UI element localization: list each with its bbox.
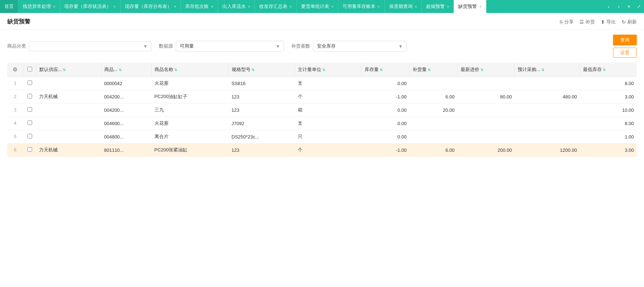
row-checkbox-0[interactable] <box>27 80 32 85</box>
td-supplier-0 <box>36 77 101 90</box>
export-btn[interactable]: ⬆ 导出 <box>601 19 616 25</box>
refresh-btn[interactable]: ↻ 刷新 <box>622 19 637 25</box>
td-unit-2: 箱 <box>295 103 361 117</box>
filter-select-supplement-base[interactable]: 安全库存 ▼ <box>313 41 407 52</box>
th-sort-unit[interactable]: 主计量单位 ⇅ <box>298 66 358 73</box>
tab-next-btn[interactable]: › <box>614 0 624 13</box>
filter-group-datasource: 数据源 可用量 ▼ <box>159 41 284 52</box>
filter-select-datasource[interactable]: 可用量 ▼ <box>176 41 284 52</box>
tab-close-overstock-warn[interactable]: × <box>447 4 449 9</box>
tab-close-inventory-dist[interactable]: × <box>174 4 176 9</box>
tab-close-all-btn[interactable]: × <box>624 0 634 13</box>
tab-collect-send[interactable]: 收发存汇总表 × <box>255 0 296 13</box>
select-all-checkbox[interactable] <box>27 67 32 71</box>
td-code-2: 004200... <box>101 103 151 117</box>
tab-available-ledger[interactable]: 可用量库存账本 × <box>338 0 384 13</box>
td-name-5: PC200张紧油缸 <box>152 144 229 157</box>
sort-icon-unit: ⇅ <box>322 68 325 72</box>
tab-stockout-warn[interactable]: 缺货预警 × <box>454 0 486 13</box>
td-supplement-3 <box>409 117 457 130</box>
td-min-stock-3: 8.00 <box>580 117 637 130</box>
tab-close-abnormal[interactable]: × <box>53 4 55 9</box>
th-sort-product-name[interactable]: 商品名称 ⇅ <box>155 66 226 73</box>
tab-close-batch-account[interactable]: × <box>211 4 213 9</box>
td-supplement-1: 6.00 <box>409 90 457 103</box>
tab-demand-stat[interactable]: 要货单统计表 × <box>297 0 338 13</box>
tab-abnormal[interactable]: 拣货异常处理 × <box>18 0 60 13</box>
td-spec-1: 123 <box>229 90 295 103</box>
td-latest-price-3 <box>457 117 515 130</box>
td-latest-price-0 <box>457 77 515 90</box>
th-sort-spec[interactable]: 规格型号 ⇅ <box>232 66 292 73</box>
th-checkbox <box>23 63 36 77</box>
td-code-1: 004200... <box>101 90 151 103</box>
tab-expiry-query[interactable]: 保质期查询 × <box>385 0 422 13</box>
data-table: ⚙ 默认供应... ⇅ 商品... ⇅ <box>7 63 637 157</box>
tab-overstock-warn[interactable]: 超储预警 × <box>422 0 454 13</box>
row-checkbox-4[interactable] <box>27 134 32 138</box>
tab-close-expiry-query[interactable]: × <box>415 4 417 9</box>
tab-close-demand-stat[interactable]: × <box>331 4 334 9</box>
td-latest-price-1: 80.00 <box>457 90 515 103</box>
filter-category-arrow: ▼ <box>143 44 148 49</box>
tab-prev-btn[interactable]: ‹ <box>604 0 614 13</box>
sort-icon-spec: ⇅ <box>252 68 254 72</box>
row-checkbox-5[interactable] <box>27 147 32 152</box>
th-sort-product-code[interactable]: 商品... ⇅ <box>104 66 148 73</box>
tab-close-stockout-warn[interactable]: × <box>479 4 481 9</box>
td-min-stock-5: 3.00 <box>580 144 637 157</box>
tab-close-inout-flow[interactable]: × <box>248 4 250 9</box>
query-button[interactable]: 查询 <box>613 35 637 45</box>
td-latest-price-2 <box>457 103 515 117</box>
td-spec-0: SS816 <box>229 77 295 90</box>
page-content: 缺货预警 ⎘ 分享 ☰ 补货 ⬆ 导出 ↻ 刷新 商品分类 <box>0 13 644 287</box>
tab-inventory-dist[interactable]: 现存量（库存分布表） × <box>121 0 181 13</box>
td-est-purchase-5: 1200.00 <box>515 144 580 157</box>
th-sort-supplement[interactable]: 补货量 ⇅ <box>413 66 454 73</box>
td-min-stock-4: 1.00 <box>580 130 637 144</box>
td-name-4: 离合片 <box>152 130 229 144</box>
export-icon: ⬆ <box>601 19 605 25</box>
tab-close-inventory-status[interactable]: × <box>113 4 116 9</box>
td-unit-4: 只 <box>295 130 361 144</box>
td-supplier-3 <box>36 117 101 130</box>
th-sort-est-purchase[interactable]: 预计采购... ⇅ <box>518 66 576 73</box>
tab-batch-account[interactable]: 库存批次账 × <box>181 0 218 13</box>
td-stock-2: 0.00 <box>361 103 409 117</box>
td-stock-5: -1.00 <box>361 144 409 157</box>
row-checkbox-2[interactable] <box>27 107 32 112</box>
td-stock-3: 0.00 <box>361 117 409 130</box>
th-gear: ⚙ <box>7 63 23 77</box>
gear-icon[interactable]: ⚙ <box>13 66 17 72</box>
tab-home[interactable]: 首页 <box>0 0 18 13</box>
tab-inventory-status[interactable]: 现存量（库存状况表） × <box>60 0 120 13</box>
share-btn[interactable]: ⎘ 分享 <box>560 19 574 25</box>
th-sort-min-stock[interactable]: 最低库存 ⇅ <box>583 66 634 73</box>
sort-icon-latest-price: ⇅ <box>480 68 483 72</box>
filter-label-category: 商品分类 <box>7 43 26 49</box>
td-supplement-2: 20.00 <box>409 103 457 117</box>
td-rownum-1: 2 <box>7 90 23 103</box>
td-unit-5: 个 <box>295 144 361 157</box>
filter-datasource-arrow: ▼ <box>275 44 280 49</box>
td-supplement-5: 6.00 <box>409 144 457 157</box>
td-supplier-1: 力天机械 <box>36 90 101 103</box>
th-sort-default-supplier[interactable]: 默认供应... ⇅ <box>39 66 98 73</box>
td-checkbox-2 <box>23 103 36 117</box>
row-checkbox-1[interactable] <box>27 94 32 98</box>
td-stock-1: -1.00 <box>361 90 409 103</box>
th-spec: 规格型号 ⇅ <box>229 63 295 77</box>
table-row: 2 力天机械 004200... PC200油缸缸子 123 个 -1.00 6… <box>7 90 637 103</box>
settings-button[interactable]: 设置 <box>613 48 637 58</box>
tab-close-available-ledger[interactable]: × <box>378 4 380 9</box>
th-min-stock: 最低库存 ⇅ <box>580 63 637 77</box>
tab-close-collect-send[interactable]: × <box>290 4 292 9</box>
filter-select-category[interactable]: ▼ <box>29 41 152 51</box>
th-sort-stock[interactable]: 库存量 ⇅ <box>365 66 406 73</box>
th-stock: 库存量 ⇅ <box>361 63 409 77</box>
tab-fullscreen-btn[interactable]: ⤢ <box>634 0 644 13</box>
th-sort-latest-price[interactable]: 最新进价 ⇅ <box>461 66 512 73</box>
row-checkbox-3[interactable] <box>27 120 32 125</box>
tab-inout-flow[interactable]: 出入库流水 × <box>218 0 255 13</box>
supplement-btn[interactable]: ☰ 补货 <box>579 19 595 25</box>
